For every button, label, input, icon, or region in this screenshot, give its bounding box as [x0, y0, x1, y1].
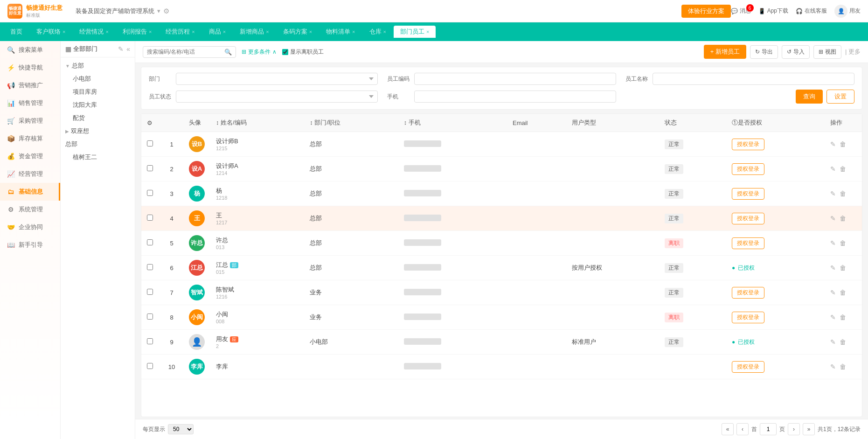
row-checkbox[interactable]	[147, 314, 153, 320]
delete-button[interactable]: 🗑	[840, 363, 846, 370]
col-name[interactable]: ↕ 姓名/编码	[210, 114, 304, 132]
col-dept[interactable]: ↕ 部门/职位	[304, 114, 398, 132]
sidebar-item-sales[interactable]: 📊 销售管理	[0, 94, 60, 112]
row-checkbox[interactable]	[147, 215, 153, 221]
sidebar-item-system[interactable]: ⚙ 系统管理	[0, 201, 60, 218]
search-icon[interactable]: 🔍	[224, 49, 232, 56]
edit-button[interactable]: ✎	[830, 289, 836, 296]
app-download-button[interactable]: 📱 App下载	[758, 7, 788, 15]
trial-button[interactable]: 体验行业方案	[681, 5, 731, 18]
sidebar-item-search[interactable]: 🔍 搜索菜单	[0, 41, 60, 59]
sidebar-item-marketing[interactable]: 📢 营销推广	[0, 77, 60, 94]
edit-button[interactable]: ✎	[830, 338, 836, 346]
dept-node-xiaodian[interactable]: 小电部	[61, 72, 135, 85]
tab-goods[interactable]: 商品 ×	[202, 26, 232, 38]
col-settings[interactable]: ⚙	[141, 114, 160, 132]
edit-button[interactable]: ✎	[830, 363, 836, 370]
settings-icon[interactable]: ⚙	[163, 7, 169, 15]
sidebar-item-purchase[interactable]: 🛒 采购管理	[0, 112, 60, 130]
edit-button[interactable]: ✎	[830, 239, 836, 247]
more-filters-button[interactable]: ⊞ 更多条件 ∧	[242, 48, 277, 56]
dept-edit-icon[interactable]: ✎	[118, 45, 124, 53]
status-filter-select[interactable]	[176, 91, 378, 103]
auth-button[interactable]: 授权登录	[732, 188, 764, 200]
dept-collapse-icon[interactable]: «	[126, 45, 130, 53]
message-button[interactable]: 💬 消息 6	[731, 7, 751, 15]
tab-home[interactable]: 首页	[4, 26, 29, 38]
edit-button[interactable]: ✎	[830, 215, 836, 222]
more-actions-btn[interactable]: | 更多	[845, 48, 861, 56]
import-button[interactable]: ↺ 导入	[782, 45, 810, 59]
phone-filter-input[interactable]	[414, 91, 616, 103]
page-size-select[interactable]: 50 20 100	[168, 424, 194, 434]
tab-employees[interactable]: 部门员工 ×	[394, 26, 436, 38]
tab-barcode[interactable]: 条码方案 ×	[277, 26, 319, 38]
delete-button[interactable]: 🗑	[840, 239, 846, 247]
delete-button[interactable]: 🗑	[840, 140, 846, 148]
row-checkbox[interactable]	[147, 165, 153, 171]
auth-button[interactable]: 授权登录	[732, 287, 764, 299]
row-checkbox[interactable]	[147, 190, 153, 196]
dept-node-shuangzuo[interactable]: ▶ 双座想	[61, 125, 135, 138]
tab-profit-report[interactable]: 利润报告 ×	[116, 26, 158, 38]
row-checkbox[interactable]	[147, 338, 153, 344]
user-menu[interactable]: 👤 用友	[834, 5, 861, 18]
sidebar-item-inventory[interactable]: 📦 库存核算	[0, 130, 60, 147]
tab-warehouse[interactable]: 仓库 ×	[363, 26, 393, 38]
dept-filter-select[interactable]	[176, 73, 378, 85]
delete-button[interactable]: 🗑	[840, 264, 846, 272]
query-button[interactable]: 查询	[796, 90, 823, 104]
tab-business-history[interactable]: 经营历程 ×	[159, 26, 201, 38]
row-checkbox[interactable]	[147, 140, 153, 146]
dept-node-zhishu[interactable]: 植树王二	[61, 151, 135, 164]
dept-node-head[interactable]: 总部	[61, 138, 135, 151]
dept-node-general[interactable]: ▼ 总部	[61, 59, 135, 72]
edit-button[interactable]: ✎	[830, 190, 836, 197]
edit-button[interactable]: ✎	[830, 264, 836, 272]
delete-button[interactable]: 🗑	[840, 289, 846, 296]
next-page-button[interactable]: ›	[788, 423, 800, 435]
auth-button[interactable]: 授权登录	[732, 213, 764, 224]
sidebar-item-shortcut[interactable]: ⚡ 快捷导航	[0, 59, 60, 77]
online-service-button[interactable]: 🎧 在线客服	[796, 7, 827, 15]
auth-button[interactable]: 授权登录	[732, 237, 764, 249]
tab-business-status[interactable]: 经营情况 ×	[73, 26, 115, 38]
tab-add-goods[interactable]: 新增商品 ×	[233, 26, 275, 38]
sidebar-item-base-info[interactable]: 🗂 基础信息	[0, 183, 60, 201]
dept-node-project[interactable]: 项目库房	[61, 85, 135, 98]
delete-button[interactable]: 🗑	[840, 215, 846, 222]
auth-button[interactable]: 授权登录	[732, 163, 764, 175]
edit-button[interactable]: ✎	[830, 140, 836, 148]
edit-button[interactable]: ✎	[830, 314, 836, 321]
sidebar-item-finance[interactable]: 💰 资金管理	[0, 147, 60, 165]
sidebar-item-cooperation[interactable]: 🤝 企业协同	[0, 218, 60, 236]
emp-code-input[interactable]	[414, 73, 616, 85]
delete-button[interactable]: 🗑	[840, 165, 846, 173]
dropdown-icon[interactable]: ▾	[157, 7, 160, 14]
last-page-button[interactable]: »	[803, 423, 815, 435]
add-employee-button[interactable]: + 新增员工	[704, 45, 746, 59]
search-input[interactable]	[147, 49, 222, 55]
row-checkbox[interactable]	[147, 363, 153, 369]
delete-button[interactable]: 🗑	[840, 338, 846, 346]
dept-node-delivery[interactable]: 配货	[61, 111, 135, 125]
tab-bom[interactable]: 物料清单 ×	[319, 26, 361, 38]
edit-button[interactable]: ✎	[830, 165, 836, 173]
tab-customer[interactable]: 客户联络 ×	[30, 26, 72, 38]
row-checkbox[interactable]	[147, 239, 153, 245]
prev-page-button[interactable]: ‹	[736, 423, 749, 435]
sidebar-item-guide[interactable]: 📖 新手引导	[0, 236, 60, 254]
delete-button[interactable]: 🗑	[840, 314, 846, 321]
row-checkbox[interactable]	[147, 264, 153, 270]
row-checkbox[interactable]	[147, 289, 153, 295]
emp-name-input[interactable]	[653, 73, 854, 85]
view-button[interactable]: ⊞ 视图	[813, 45, 841, 59]
sidebar-item-operation[interactable]: 📈 经营管理	[0, 165, 60, 183]
auth-button[interactable]: 授权登录	[732, 139, 764, 150]
auth-button[interactable]: 授权登录	[732, 312, 764, 323]
dept-node-shenyang[interactable]: 沈阳大库	[61, 98, 135, 111]
set-button[interactable]: 设置	[826, 90, 854, 104]
first-page-button[interactable]: «	[722, 423, 734, 435]
auth-button[interactable]: 授权登录	[732, 361, 764, 373]
page-number-input[interactable]	[760, 423, 777, 435]
